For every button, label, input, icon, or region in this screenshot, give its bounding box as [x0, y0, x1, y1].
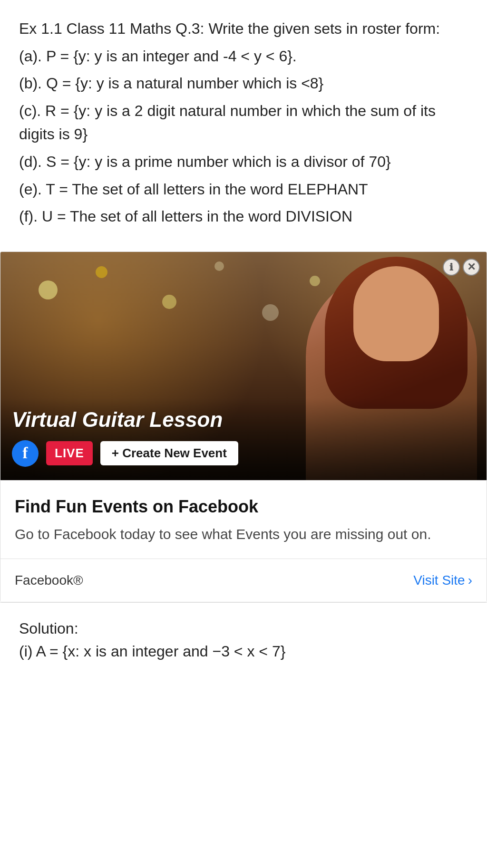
solution-first-line: (i) A = {x: x is an integer and −3 < x <… [19, 640, 468, 663]
math-part-e: (e). T = The set of all letters in the w… [19, 178, 468, 202]
visit-site-button[interactable]: Visit Site › [413, 570, 472, 590]
ad-title: Virtual Guitar Lesson [12, 407, 475, 433]
bokeh-light-5 [262, 304, 279, 321]
person-face [353, 266, 439, 361]
math-text: Ex 1.1 Class 11 Maths Q.3: Write the giv… [19, 17, 468, 229]
math-part-a: (a). P = {y: y is an integer and -4 < y … [19, 45, 468, 68]
chevron-right-icon: › [468, 570, 472, 590]
ad-brand-label: Facebook® [15, 570, 83, 590]
solution-section: Solution: (i) A = {x: x is an integer an… [0, 602, 487, 672]
ad-close-button[interactable]: ✕ [463, 259, 480, 276]
math-heading: Ex 1.1 Class 11 Maths Q.3: Write the giv… [19, 17, 468, 41]
bokeh-light-1 [39, 280, 58, 299]
ad-image: ℹ ✕ Virtual Guitar Lesson f LIVE + Creat… [0, 252, 487, 480]
math-part-c: (c). R = {y: y is a 2 digit natural numb… [19, 99, 468, 146]
ad-bottom-description: Go to Facebook today to see what Events … [15, 524, 472, 544]
bokeh-light-2 [96, 266, 107, 278]
math-content: Ex 1.1 Class 11 Maths Q.3: Write the giv… [0, 0, 487, 251]
solution-label: Solution: [19, 617, 468, 640]
math-part-b: (b). Q = {y: y is a natural number which… [19, 72, 468, 96]
visit-site-label: Visit Site [413, 570, 465, 590]
ad-footer: Facebook® Visit Site › [0, 559, 487, 602]
facebook-icon: f [12, 440, 39, 467]
ad-bottom-title: Find Fun Events on Facebook [15, 494, 472, 520]
ad-overlay: Virtual Guitar Lesson f LIVE + Create Ne… [0, 398, 487, 480]
solution-text: Solution: (i) A = {x: x is an integer an… [19, 617, 468, 663]
math-part-d: (d). S = {y: y is a prime number which i… [19, 150, 468, 174]
ad-controls: ℹ ✕ [443, 259, 480, 276]
ad-action-row: f LIVE + Create New Event [12, 440, 475, 467]
ad-info-button[interactable]: ℹ [443, 259, 460, 276]
ad-bottom-content: Find Fun Events on Facebook Go to Facebo… [0, 480, 487, 559]
bokeh-light-4 [214, 261, 224, 271]
facebook-f-letter: f [22, 441, 28, 465]
ad-container: ℹ ✕ Virtual Guitar Lesson f LIVE + Creat… [0, 251, 487, 602]
live-badge: LIVE [46, 441, 93, 465]
math-part-f: (f). U = The set of all letters in the w… [19, 205, 468, 229]
bokeh-light-3 [162, 295, 176, 309]
create-new-event-button[interactable]: + Create New Event [100, 441, 238, 465]
